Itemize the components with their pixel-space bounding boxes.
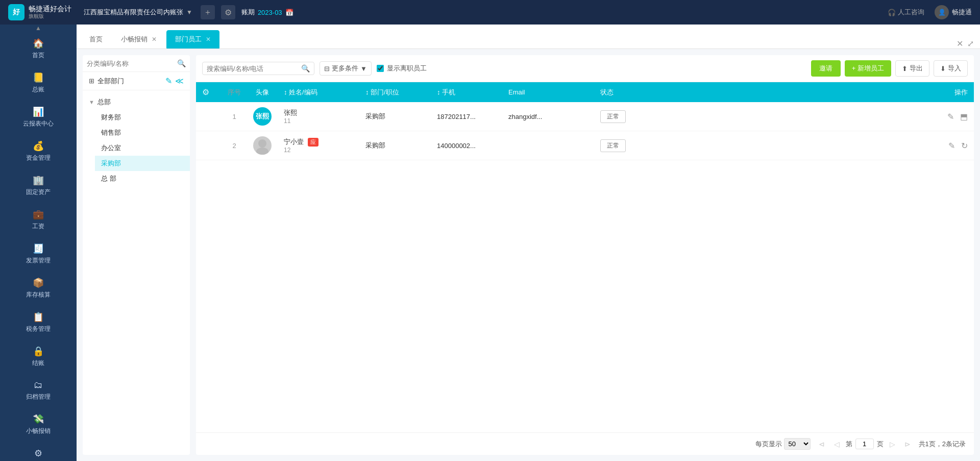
sidebar-item-payroll[interactable]: 💼 工资 [0, 203, 77, 237]
total-info: 共1页，2条记录 [919, 440, 966, 449]
ledger-icon: 📒 [33, 72, 44, 83]
emp-name-2: 宁小壹 应 [284, 137, 353, 147]
logout-icon-1[interactable]: ⬒ [960, 112, 968, 122]
next-page-button[interactable]: ▷ [887, 439, 898, 449]
th-action: 操作 [655, 82, 974, 102]
emp-toolbar-right: 邀请 + 新增员工 ⬆ 导出 ⬇ 导入 [811, 60, 968, 77]
avatar: 👤 [935, 5, 949, 19]
dept-node-office[interactable]: 办公室 [95, 140, 190, 156]
tab-expense[interactable]: 小畅报销 ✕ [112, 30, 165, 48]
sidebar-item-assets[interactable]: 🏢 固定资产 [0, 168, 77, 203]
emp-search-input[interactable] [207, 65, 298, 72]
dept-node-procurement[interactable]: 采购部 [95, 156, 190, 171]
period-selector[interactable]: 账期 2023-03 📅 [241, 8, 293, 17]
more-filter-button[interactable]: ⊟ 更多条件 ▼ [320, 61, 372, 76]
prev-page-button[interactable]: ◁ [831, 439, 843, 449]
dept-node-sales[interactable]: 销售部 [95, 125, 190, 140]
export-button[interactable]: ⬆ 导出 [895, 60, 929, 77]
table-gear-icon[interactable]: ⚙ [202, 88, 209, 96]
tab-expand-button[interactable]: ⤢ [967, 39, 974, 48]
sidebar-item-tax[interactable]: 📋 税务管理 [0, 305, 77, 339]
tab-actions: ✕ ⤢ [957, 39, 980, 48]
sidebar-item-ledger[interactable]: 📒 总账 [0, 66, 77, 100]
edit-icon-2[interactable]: ✎ [948, 141, 955, 151]
tab-department-close-icon[interactable]: ✕ [206, 36, 211, 43]
add-employee-button[interactable]: + 新增员工 [845, 60, 891, 77]
sidebar-item-archive[interactable]: 🗂 归档管理 [0, 374, 77, 407]
tab-expense-close-icon[interactable]: ✕ [152, 36, 157, 43]
dept-search-input[interactable] [87, 60, 177, 67]
tab-department[interactable]: 部门员工 ✕ [166, 30, 219, 48]
edit-icon-1[interactable]: ✎ [947, 112, 954, 122]
import-button[interactable]: ⬇ 导入 [934, 60, 968, 77]
th-phone[interactable]: ↕ 手机 [431, 82, 502, 102]
sidebar-item-inventory[interactable]: 📦 库存核算 [0, 271, 77, 305]
sidebar-label-assets: 固定资产 [26, 188, 51, 197]
add-button[interactable]: ＋ [201, 5, 215, 19]
td-action-2: ✎ ↻ [655, 131, 974, 160]
user-menu[interactable]: 👤 畅捷通 [935, 5, 972, 19]
td-avatar-2 [247, 131, 278, 160]
expense-icon: 💸 [33, 414, 44, 425]
tab-home[interactable]: 首页 [81, 30, 111, 48]
dept-tree: ▼ 总部 财务部 销售部 办公室 采购 [83, 90, 190, 455]
dept-edit-icon[interactable]: ✎ [165, 76, 172, 86]
sidebar-scroll-up[interactable]: ▲ [0, 25, 77, 32]
th-name-label: ↕ 姓名/编码 [284, 88, 317, 96]
sidebar-item-reports[interactable]: 📊 云报表中心 [0, 100, 77, 134]
settings-button[interactable]: ⚙ [221, 5, 235, 19]
td-no-2: 2 [222, 131, 247, 160]
sidebar-label-ledger: 总账 [32, 85, 44, 94]
page-suffix: 页 [877, 440, 884, 449]
sidebar-item-capital[interactable]: 💰 资金管理 [0, 134, 77, 168]
sidebar-label-tax: 税务管理 [26, 325, 51, 333]
refresh-icon-2[interactable]: ↻ [961, 141, 968, 151]
first-page-button[interactable]: ⊲ [816, 439, 828, 449]
avatar-circle-1: 张熙 [253, 107, 272, 126]
th-email: Email [502, 82, 594, 102]
emp-toolbar: 🔍 ⊟ 更多条件 ▼ 显示离职员工 邀请 + 新增员工 [196, 55, 974, 82]
th-name[interactable]: ↕ 姓名/编码 [278, 82, 359, 102]
page-size-dropdown[interactable]: 10 20 50 100 [784, 438, 811, 450]
td-dept-1: 采购部 [359, 102, 431, 131]
last-page-button[interactable]: ⊳ [901, 439, 914, 449]
table-header-row: ⚙ 序号 头像 ↕ 姓名/编码 ↕ 部门/职位 [196, 82, 974, 102]
user-name: 畅捷通 [952, 8, 972, 17]
dept-collapse-icon[interactable]: ≪ [175, 76, 184, 86]
dept-all-header[interactable]: ⊞ 全部部门 ✎ ≪ [83, 72, 190, 90]
emp-badge-2: 应 [308, 138, 318, 147]
company-selector[interactable]: 江西服宝精品有限责任公司内账张 ▼ [84, 8, 192, 17]
sidebar-label-capital: 资金管理 [26, 154, 51, 162]
logo-edition: 旗舰版 [29, 13, 71, 20]
sidebar-label-invoice: 发票管理 [26, 256, 51, 265]
page-input[interactable] [855, 439, 874, 449]
content-area: 首页 小畅报销 ✕ 部门员工 ✕ ✕ ⤢ 🔍 [77, 25, 980, 461]
action-icons-2: ✎ ↻ [662, 141, 968, 151]
td-status-1: 正常 [594, 102, 655, 131]
emp-table-wrapper: ⚙ 序号 头像 ↕ 姓名/编码 ↕ 部门/职位 [196, 82, 974, 432]
dept-node-finance[interactable]: 财务部 [95, 110, 190, 125]
th-dept[interactable]: ↕ 部门/职位 [359, 82, 431, 102]
td-name-1: 张熙 11 [278, 102, 359, 131]
show-resigned-checkbox[interactable]: 显示离职员工 [377, 64, 427, 73]
show-resigned-label: 显示离职员工 [387, 64, 427, 73]
dept-node-label-general: 总 部 [101, 174, 116, 183]
page-label: 第 [846, 440, 852, 449]
closing-icon: 🔒 [33, 346, 44, 357]
service-button[interactable]: 🎧 人工咨询 [888, 8, 924, 17]
dept-node-headquarter[interactable]: ▼ 总部 [83, 94, 190, 110]
invite-button[interactable]: 邀请 [811, 60, 841, 77]
sidebar-item-invoice[interactable]: 🧾 发票管理 [0, 237, 77, 271]
more-filter-label: 更多条件 [332, 64, 358, 73]
sidebar-item-expense[interactable]: 💸 小畅报销 [0, 407, 77, 442]
show-resigned-input[interactable] [377, 65, 384, 72]
emp-search-box: 🔍 [202, 62, 314, 75]
sidebar-item-home[interactable]: 🏠 首页 [0, 32, 77, 66]
sidebar-item-settings[interactable]: ⚙ 基础设置 [0, 442, 77, 461]
page-size-label: 每页显示 [755, 440, 782, 449]
tab-close-button[interactable]: ✕ [957, 39, 963, 48]
sidebar-item-closing[interactable]: 🔒 结账 [0, 339, 77, 374]
dept-node-general[interactable]: 总 部 [95, 171, 190, 186]
td-phone-1: 187202117... [431, 102, 502, 131]
sidebar-label-payroll: 工资 [32, 222, 44, 231]
